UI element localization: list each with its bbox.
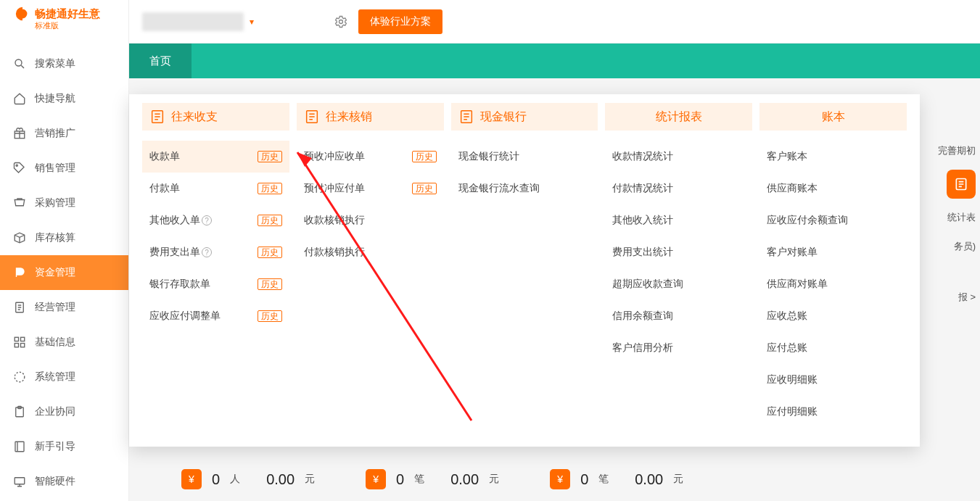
history-tag[interactable]: 历史 (258, 247, 282, 258)
menu-item-label: 费用支出统计 (612, 246, 673, 259)
cart-icon (13, 196, 26, 210)
column-title: 往来收支 (171, 109, 218, 125)
sidebar-item-label: 智能硬件 (35, 475, 75, 488)
history-tag[interactable]: 历史 (258, 215, 282, 226)
history-tag[interactable]: 历史 (258, 278, 282, 290)
industry-plan-button[interactable]: 体验行业方案 (358, 9, 442, 34)
menu-item-label: 银行存取款单 (149, 278, 210, 291)
menu-item[interactable]: 供应商账本 (759, 173, 907, 204)
document-icon (458, 109, 474, 125)
sidebar-item-label: 系统管理 (35, 370, 75, 384)
sidebar-item-3[interactable]: 销售管理 (0, 151, 128, 186)
menu-item[interactable]: 付款核销执行 (297, 236, 444, 268)
sidebar-item-6[interactable]: 资金管理 (0, 255, 128, 290)
menu-item[interactable]: 收款核销执行 (297, 204, 444, 236)
menu-item[interactable]: 付款情况统计 (605, 173, 752, 204)
history-tag[interactable]: 历史 (258, 310, 282, 322)
sidebar-item-4[interactable]: 采购管理 (0, 186, 128, 220)
menu-item[interactable]: 其他收入统计 (605, 204, 752, 236)
chevron-down-icon: ▾ (250, 17, 254, 27)
menu-item-label: 现金银行统计 (458, 150, 519, 163)
menu-item[interactable]: 预收冲应收单历史 (297, 141, 444, 173)
sidebar-item-2[interactable]: 营销推广 (0, 116, 128, 151)
svg-rect-13 (15, 478, 25, 484)
menu-item[interactable]: 现金银行流水查询 (451, 173, 598, 204)
menu-item[interactable]: 预付冲应付单历史 (297, 173, 444, 204)
sidebar-item-1[interactable]: 快捷导航 (0, 81, 128, 116)
document-icon (149, 109, 165, 125)
report-icon[interactable] (947, 170, 976, 199)
fund-management-flyout: 往来收支收款单历史付款单历史其他收入单?历史费用支出单?历史银行存取款单历史应收… (129, 94, 920, 447)
menu-item-label: 收款单 (149, 150, 180, 163)
guide-icon (13, 440, 26, 453)
menu-item[interactable]: 应收应付余额查询 (759, 204, 907, 236)
sidebar-item-5[interactable]: 库存核算 (0, 220, 128, 255)
menu-item[interactable]: 供应商对账单 (759, 268, 907, 300)
flyout-column-2: 现金银行现金银行统计现金银行流水查询 (451, 103, 598, 428)
menu-item[interactable]: 费用支出统计 (605, 236, 752, 268)
menu-item-label: 应付总账 (767, 341, 807, 355)
sidebar-item-12[interactable]: 智能硬件 (0, 464, 128, 499)
menu-item[interactable]: 银行存取款单历史 (142, 268, 289, 300)
menu-item[interactable]: 费用支出单?历史 (142, 236, 289, 268)
menu-item-label: 供应商账本 (767, 182, 818, 195)
box-icon (13, 231, 26, 244)
sidebar-item-label: 快捷导航 (35, 92, 75, 105)
help-icon[interactable]: ? (202, 247, 212, 257)
menu-item-label: 客户账本 (767, 150, 807, 163)
topbar: ▾ 体验行业方案 (129, 0, 980, 44)
menu-item[interactable]: 付款单历史 (142, 173, 289, 204)
menu-item-label: 其他收入单? (149, 214, 212, 227)
menu-item-label: 客户信用分析 (612, 341, 673, 355)
menu-item-label: 其他收入统计 (612, 214, 673, 227)
sidebar-item-label: 搜索菜单 (35, 57, 75, 70)
menu-item[interactable]: 应收应付调整单历史 (142, 300, 289, 332)
stat-icon: ¥ (366, 469, 386, 489)
menu-item-label: 收款核销执行 (304, 214, 365, 227)
menu-item[interactable]: 应付明细账 (759, 396, 907, 428)
menu-item[interactable]: 应收总账 (759, 300, 907, 332)
history-tag[interactable]: 历史 (412, 151, 437, 162)
gear-icon[interactable] (334, 15, 348, 29)
column-header: 往来核销 (297, 103, 444, 131)
history-tag[interactable]: 历史 (258, 183, 282, 194)
org-selector[interactable]: ▾ (142, 12, 324, 31)
stat-unit: 人 (230, 473, 240, 486)
stat-icon: ¥ (181, 469, 202, 489)
tab-home[interactable]: 首页 (129, 44, 192, 78)
menu-item[interactable]: 现金银行统计 (451, 141, 598, 173)
menu-item[interactable]: 收款单历史 (142, 141, 289, 173)
peek-text: 统计表 (938, 203, 976, 232)
gift-icon (13, 127, 26, 140)
sidebar-item-8[interactable]: 基础信息 (0, 325, 128, 360)
menu-item[interactable]: 其他收入单?历史 (142, 204, 289, 236)
document-icon (304, 109, 320, 125)
sidebar-item-7[interactable]: 经营管理 (0, 290, 128, 325)
menu-item[interactable]: 收款情况统计 (605, 141, 752, 173)
sidebar-item-9[interactable]: 系统管理 (0, 360, 128, 394)
logo-area: 畅捷通好生意 标准版 (0, 0, 128, 44)
menu-item[interactable]: 超期应收款查询 (605, 268, 752, 300)
menu-item[interactable]: 客户对账单 (759, 236, 907, 268)
menu-item[interactable]: 应收明细账 (759, 364, 907, 396)
flyout-column-4: 账本客户账本供应商账本应收应付余额查询客户对账单供应商对账单应收总账应付总账应收… (759, 103, 907, 428)
menu-item[interactable]: 客户信用分析 (605, 332, 752, 364)
sidebar-item-10[interactable]: 企业协同 (0, 394, 128, 429)
menu-item[interactable]: 客户账本 (759, 141, 907, 173)
menu-item[interactable]: 信用余额查询 (605, 300, 752, 332)
history-tag[interactable]: 历史 (412, 183, 437, 194)
menu-item[interactable]: 应付总账 (759, 332, 907, 364)
sidebar-item-0[interactable]: 搜索菜单 (0, 46, 128, 81)
menu-item-label: 客户对账单 (767, 246, 818, 259)
sidebar-item-11[interactable]: 新手引导 (0, 429, 128, 464)
column-title: 账本 (822, 109, 845, 125)
column-title: 统计报表 (656, 109, 702, 125)
menu-item-label: 信用余额查询 (612, 310, 673, 323)
menu-item-label: 供应商对账单 (767, 278, 828, 291)
clip-icon (13, 405, 26, 418)
menu-item-label: 付款情况统计 (612, 182, 673, 195)
menu-item-label: 现金银行流水查询 (458, 182, 540, 195)
help-icon[interactable]: ? (202, 215, 212, 225)
flyout-column-1: 往来核销预收冲应收单历史预付冲应付单历史收款核销执行付款核销执行 (297, 103, 444, 428)
history-tag[interactable]: 历史 (258, 151, 282, 162)
